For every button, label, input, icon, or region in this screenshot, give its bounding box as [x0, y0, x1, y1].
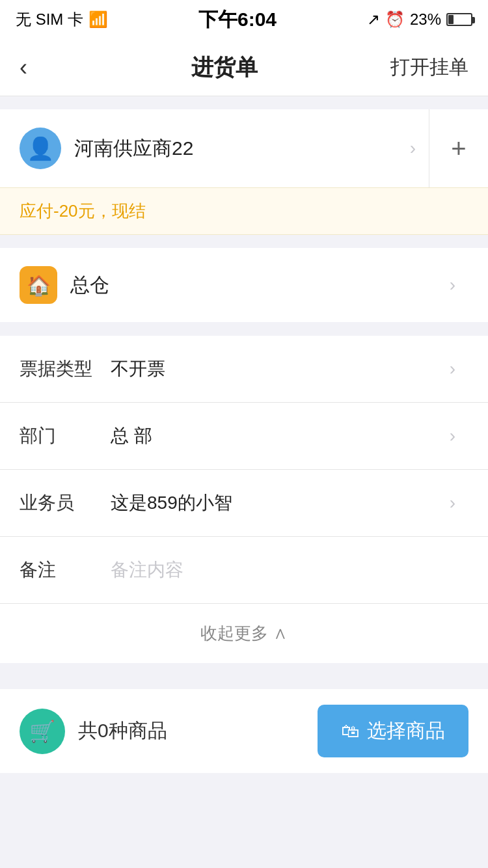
add-supplier-button[interactable]: +: [429, 134, 488, 163]
chevron-right-icon-4: ›: [437, 426, 468, 446]
battery-percent: 23%: [410, 10, 441, 29]
person-icon: 👤: [27, 135, 54, 161]
salesperson-label: 业务员: [20, 491, 98, 515]
warehouse-icon: 🏠: [20, 266, 57, 304]
collapse-label: 收起更多 ∧: [200, 622, 287, 645]
salesperson-row[interactable]: 业务员 这是859的小智 ›: [0, 470, 488, 537]
open-pending-button[interactable]: 打开挂单: [390, 54, 468, 81]
select-product-icon: 🛍: [341, 720, 359, 742]
plus-icon: +: [451, 134, 466, 163]
status-right: ↗ ⏰ 23%: [367, 10, 472, 29]
section-gap-4: [0, 663, 488, 676]
page-title: 进货单: [191, 53, 258, 83]
status-bar: 无 SIM 卡 📶 下午6:04 ↗ ⏰ 23%: [0, 0, 488, 39]
product-count: 共0种商品: [78, 718, 318, 744]
cart-icon: 🛒: [29, 719, 55, 744]
chevron-right-icon-5: ›: [437, 493, 468, 513]
chevron-right-icon-3: ›: [437, 359, 468, 379]
department-label: 部门: [20, 424, 98, 448]
status-left: 无 SIM 卡 📶: [16, 9, 108, 30]
time-label: 下午6:04: [198, 7, 277, 33]
notice-text: 应付-20元，现结: [20, 201, 146, 221]
warehouse-name: 总仓: [70, 272, 437, 299]
battery-icon: [446, 13, 472, 26]
section-gap-3: [0, 323, 488, 336]
chevron-right-icon-2: ›: [437, 275, 468, 295]
collapse-button[interactable]: 收起更多 ∧: [0, 603, 488, 663]
nav-bar: ‹ 进货单 打开挂单: [0, 39, 488, 96]
chevron-right-icon: ›: [397, 138, 429, 159]
supplier-section: 👤 河南供应商22 › +: [0, 109, 488, 187]
house-icon: 🏠: [27, 274, 51, 297]
avatar: 👤: [20, 128, 61, 169]
remark-label: 备注: [20, 558, 98, 582]
empty-content-area: [0, 773, 488, 868]
warehouse-row[interactable]: 🏠 总仓 ›: [0, 248, 488, 323]
department-row[interactable]: 部门 总 部 ›: [0, 403, 488, 470]
department-value: 总 部: [98, 424, 437, 448]
carrier-label: 无 SIM 卡: [16, 9, 83, 30]
salesperson-value: 这是859的小智: [98, 491, 437, 515]
invoice-type-value: 不开票: [98, 357, 437, 381]
location-icon: ↗: [367, 10, 380, 29]
section-gap-1: [0, 96, 488, 109]
alarm-icon: ⏰: [385, 10, 405, 29]
wifi-icon: 📶: [88, 10, 108, 29]
supplier-row[interactable]: 👤 河南供应商22 ›: [0, 109, 429, 187]
supplier-name: 河南供应商22: [74, 135, 397, 162]
remark-input[interactable]: 备注内容: [98, 558, 468, 582]
select-product-button[interactable]: 🛍 选择商品: [318, 705, 468, 757]
invoice-type-row[interactable]: 票据类型 不开票 ›: [0, 336, 488, 403]
remark-row[interactable]: 备注 备注内容: [0, 537, 488, 603]
back-button[interactable]: ‹: [20, 54, 59, 81]
form-section: 票据类型 不开票 › 部门 总 部 › 业务员 这是859的小智 › 备注 备注…: [0, 336, 488, 603]
select-product-label: 选择商品: [367, 718, 445, 744]
cart-icon-wrap: 🛒: [20, 709, 65, 754]
notice-banner: 应付-20元，现结: [0, 187, 488, 235]
section-gap-2: [0, 235, 488, 248]
bottom-bar: 🛒 共0种商品 🛍 选择商品: [0, 689, 488, 773]
invoice-type-label: 票据类型: [20, 357, 98, 381]
